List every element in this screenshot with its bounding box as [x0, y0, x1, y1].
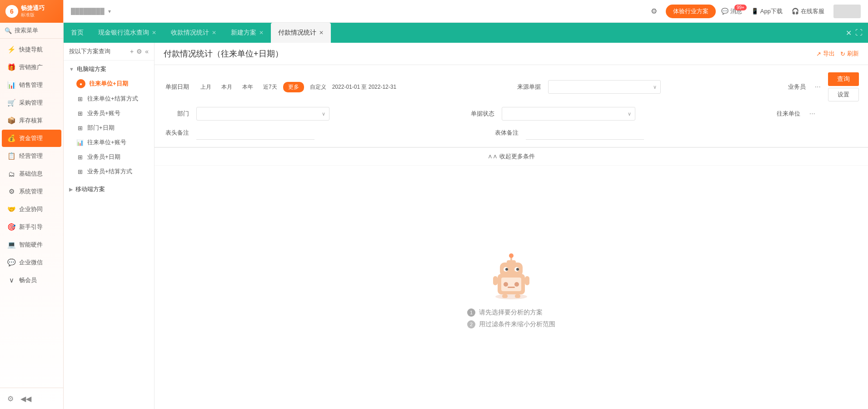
filter-settings-btn[interactable]: 设置: [828, 88, 859, 101]
sidebar-collapse-btn[interactable]: ◀◀: [19, 392, 33, 405]
empty-state: 1 请先选择要分析的方案 2 用过滤条件来缩小分析范围: [155, 166, 868, 409]
svg-rect-8: [502, 294, 508, 298]
mobile-icon: 📱: [751, 8, 758, 15]
logo-text: 畅捷通巧 标准版: [21, 5, 45, 18]
collapse-more-btn[interactable]: ∧∧ 收起更多条件: [155, 147, 868, 165]
filter-row-2: 部门 ∨ 单据状态 ∨ 往来单位 ···: [164, 107, 859, 121]
dept-chevron-icon: ∨: [322, 111, 325, 117]
doc-status-select[interactable]: ∨: [502, 107, 635, 121]
sidebar-item-basic-info[interactable]: 🗂 基础信息: [2, 165, 61, 182]
user-name: ████████: [71, 8, 105, 15]
sidebar-item-member[interactable]: ∨ 畅会员: [2, 272, 61, 289]
date-btn-last-month[interactable]: 上月: [196, 82, 215, 92]
source-select[interactable]: ∨: [548, 80, 661, 94]
scheme-unit-settle[interactable]: ⊞ 往来单位+结算方式: [64, 91, 154, 106]
sidebar-item-business[interactable]: 📋 经营管理: [2, 147, 61, 165]
sidebar-item-sales[interactable]: 📊 销售管理: [2, 76, 61, 94]
query-btn[interactable]: 查询: [828, 72, 859, 86]
topbar-service-btn[interactable]: 🎧 在线客服: [792, 7, 824, 15]
active-scheme-dot: ●: [76, 79, 85, 88]
tab-new-scheme[interactable]: 新建方案 ✕: [224, 23, 271, 43]
sidebar-search[interactable]: 🔍 搜索菜单: [0, 23, 63, 39]
export-icon: ↗: [816, 50, 821, 57]
scheme-dept-date[interactable]: ⊞ 部门+日期: [64, 121, 154, 135]
right-panel: 付款情况统计（往来单位+日期） ↗ 导出 ↻ 刷新 单据日期: [155, 43, 868, 409]
page-area: 按以下方案查询 + ⚙ « ▼ 电脑端方案 ● 往来单位+日期 ⊞: [64, 43, 868, 409]
sidebar-item-wechat[interactable]: 💬 企业微信: [2, 254, 61, 271]
table-head-note-input[interactable]: [196, 126, 314, 140]
dept-label: 部门: [164, 110, 189, 118]
export-btn[interactable]: ↗ 导出: [816, 50, 835, 58]
scheme-staff-settle[interactable]: ⊞ 业务员+结算方式: [64, 164, 154, 179]
dept-select[interactable]: ∨: [196, 107, 329, 121]
sidebar-item-hardware[interactable]: 💻 智能硬件: [2, 236, 61, 253]
tab-payment-close[interactable]: ✕: [319, 30, 324, 36]
filter-row-1: 单据日期 上月 本月 本年 近7天 更多 自定义 2022-01-01 至 20…: [164, 72, 859, 101]
sidebar-menu: ⚡ 快捷导航 🎁 营销推广 📊 销售管理 🛒 采购管理 📦 库存核算 💰 资金管…: [0, 39, 63, 388]
sidebar-item-purchase[interactable]: 🛒 采购管理: [2, 94, 61, 111]
desktop-section-title[interactable]: ▼ 电脑端方案: [64, 62, 154, 76]
sales-icon: 📊: [7, 81, 15, 89]
trial-industry-btn[interactable]: 体验行业方案: [666, 5, 716, 18]
sidebar-item-quick-nav[interactable]: ⚡ 快捷导航: [2, 41, 61, 58]
tab-receipt-close[interactable]: ✕: [212, 30, 216, 36]
mobile-section-title[interactable]: ▶ 移动端方案: [64, 182, 154, 196]
tab-home[interactable]: 首页: [64, 23, 91, 43]
date-btn-this-month[interactable]: 本月: [217, 82, 236, 92]
topbar-avatar[interactable]: [833, 5, 861, 18]
sidebar-settings-btn[interactable]: ⚙: [4, 392, 17, 405]
quick-nav-icon: ⚡: [7, 45, 15, 54]
date-btn-last-7[interactable]: 近7天: [259, 82, 281, 92]
search-icon: 🔍: [5, 27, 12, 34]
mobile-arrow-icon: ▶: [69, 187, 73, 192]
scheme-settings-btn[interactable]: ⚙: [136, 48, 142, 55]
sidebar-item-system[interactable]: ⚙ 系统管理: [2, 183, 61, 200]
sidebar-item-enterprise[interactable]: 🤝 企业协同: [2, 201, 61, 218]
date-btn-more[interactable]: 更多: [283, 82, 304, 92]
scheme-unit-account[interactable]: 📊 往来单位+账号: [64, 135, 154, 150]
date-range-display: 2022-01-01 至 2022-12-31: [332, 83, 396, 91]
marketing-icon: 🎁: [7, 63, 15, 71]
refresh-btn[interactable]: ↻ 刷新: [840, 50, 859, 58]
left-panel-header: 按以下方案查询 + ⚙ «: [64, 43, 154, 61]
staff-filter-label: 业务员: [780, 83, 806, 91]
mobile-section: ▶ 移动端方案: [64, 181, 154, 198]
tabbar-actions: ✕ ⛶: [840, 29, 868, 37]
table-icon-5: ⊞: [76, 168, 84, 175]
date-btn-custom[interactable]: 自定义: [306, 82, 330, 92]
topbar-gear-btn[interactable]: ⚙: [648, 5, 660, 18]
table-body-note-input[interactable]: [526, 126, 644, 140]
doc-status-chevron-icon: ∨: [628, 111, 631, 117]
user-dropdown-icon[interactable]: ▾: [108, 8, 111, 15]
tab-new-scheme-close[interactable]: ✕: [259, 30, 264, 36]
date-btn-this-year[interactable]: 本年: [238, 82, 257, 92]
scheme-staff-account[interactable]: ⊞ 业务员+账号: [64, 106, 154, 121]
headset-icon: 🎧: [792, 8, 799, 15]
sidebar-item-guide[interactable]: 🎯 新手引导: [2, 218, 61, 236]
sidebar-item-inventory[interactable]: 📦 库存核算: [2, 112, 61, 129]
tab-bank-close[interactable]: ✕: [152, 30, 156, 36]
tab-bank[interactable]: 现金银行流水查询 ✕: [91, 23, 164, 43]
svg-rect-6: [493, 276, 498, 285]
empty-tip-1: 1 请先选择要分析的方案: [467, 308, 555, 317]
topbar-msg-btn[interactable]: 💬 消息 99+: [721, 7, 742, 15]
scheme-unit-date[interactable]: ● 往来单位+日期: [64, 76, 154, 91]
staff-more-icon[interactable]: ···: [815, 83, 821, 91]
sidebar-item-finance[interactable]: 💰 资金管理: [2, 130, 61, 147]
scheme-staff-date[interactable]: ⊞ 业务员+日期: [64, 150, 154, 164]
related-unit-more-icon[interactable]: ···: [809, 110, 815, 118]
add-scheme-btn[interactable]: +: [130, 48, 134, 55]
table-head-note-label: 表头备注: [164, 129, 189, 137]
tab-close-all-btn[interactable]: ✕: [846, 29, 852, 37]
sidebar-item-marketing[interactable]: 🎁 营销推广: [2, 59, 61, 76]
tab-maximize-btn[interactable]: ⛶: [855, 29, 863, 37]
left-panel-collapse-btn[interactable]: «: [145, 48, 149, 55]
table-body-note-label: 表体备注: [493, 129, 519, 137]
sidebar-bottom: ⚙ ◀◀: [0, 388, 63, 409]
tab-payment[interactable]: 付款情况统计 ✕: [271, 23, 331, 43]
page-title: 付款情况统计（往来单位+日期）: [164, 48, 816, 59]
topbar-app-btn[interactable]: 📱 App下载: [751, 7, 783, 15]
purchase-icon: 🛒: [7, 99, 15, 107]
tab-receipt[interactable]: 收款情况统计 ✕: [164, 23, 224, 43]
main: ████████ ▾ ⚙ 体验行业方案 💬 消息 99+ 📱 App下载 🎧 在…: [64, 0, 868, 409]
